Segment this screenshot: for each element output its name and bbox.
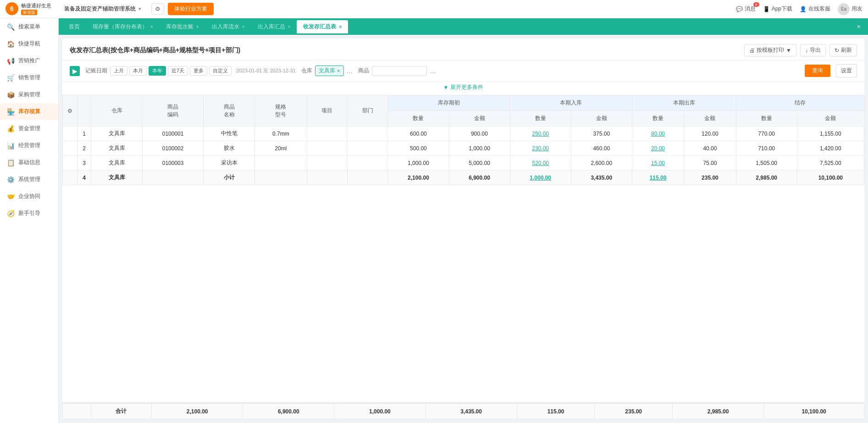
- main-layout: 🔍 搜索菜单 🏠 快捷导航 📢 营销推广 🛒 销售管理 📦 采购管理 🏪 库存核…: [0, 18, 868, 423]
- cell-out-amt: 75.00: [684, 156, 736, 170]
- settings-button[interactable]: 设置: [836, 64, 857, 77]
- logo-icon: 6: [6, 2, 18, 15]
- system-title-area[interactable]: 装备及固定资产辅助管理系统 ▼: [64, 5, 142, 13]
- in-qty-link[interactable]: 520.00: [532, 160, 549, 166]
- cell-goods-name: 中性笔: [204, 126, 255, 141]
- tab-close-in-out-summary[interactable]: ×: [288, 24, 291, 29]
- cell-bal-qty: 1,505.00: [736, 156, 797, 170]
- tab-in-out-summary[interactable]: 出入库汇总 ×: [251, 20, 297, 33]
- date-btn-this-year[interactable]: 本年: [149, 66, 166, 76]
- cell-out-qty[interactable]: 15.00: [632, 156, 684, 170]
- sidebar-item-system[interactable]: ⚙️ 系统管理: [0, 171, 58, 188]
- experience-button[interactable]: 体验行业方案: [168, 3, 214, 15]
- user-item[interactable]: Ea 用友: [838, 3, 862, 15]
- marketing-icon: 📢: [6, 57, 15, 65]
- tab-home[interactable]: 首页: [62, 20, 86, 33]
- warehouse-filter-label: 仓库: [301, 67, 312, 75]
- cell-out-qty[interactable]: 80.00: [632, 126, 684, 141]
- notifications-item[interactable]: 💬 消息 6: [736, 5, 756, 13]
- online-service-item[interactable]: 👤 在线客服: [800, 5, 830, 13]
- tab-close-in-out-flow[interactable]: ×: [242, 24, 245, 29]
- col-in-amt-header: 金额: [571, 111, 632, 126]
- warehouse-filter-dots[interactable]: ...: [347, 67, 353, 75]
- tab-close-stock-distribution[interactable]: ×: [150, 24, 153, 29]
- app-download-item[interactable]: 📱 App下载: [763, 5, 792, 13]
- system-title: 装备及固定资产辅助管理系统: [64, 5, 136, 13]
- in-qty-link[interactable]: 250.00: [532, 131, 549, 137]
- sidebar-item-marketing[interactable]: 📢 营销推广: [0, 52, 58, 69]
- user-avatar: Ea: [838, 3, 850, 15]
- warehouse-tag[interactable]: 文具库 ×: [315, 66, 344, 76]
- out-qty-link[interactable]: 80.00: [651, 131, 665, 137]
- sidebar-item-operations[interactable]: 📊 经营管理: [0, 137, 58, 154]
- cell-bal-amt: 1,155.00: [797, 126, 864, 141]
- sidebar-item-collaboration[interactable]: 🤝 企业协同: [0, 188, 58, 205]
- in-qty-link[interactable]: 1,000.00: [530, 175, 551, 181]
- table-footer: 合计 2,100.00 6,900.00 1,000.00 3,435.00 1…: [62, 402, 864, 419]
- sidebar-item-quick-nav[interactable]: 🏠 快捷导航: [0, 35, 58, 52]
- cell-in-qty[interactable]: 250.00: [510, 126, 571, 141]
- footer-total-label: 合计: [91, 404, 151, 419]
- guide-icon: 🧭: [6, 210, 15, 217]
- expand-conditions-button[interactable]: ▼ 展开更多条件: [443, 83, 484, 91]
- data-table: ⚙ 仓库 商品编码 商品名称 规格型号 项目 部门 库存期初 本期入库 本期出: [62, 95, 864, 185]
- cell-open-amt: 5,000.00: [449, 156, 510, 170]
- cell-goods-code: 0100003: [143, 156, 204, 170]
- col-opening-header: 库存期初: [388, 95, 510, 111]
- sidebar-item-finance[interactable]: 💰 资金管理: [0, 120, 58, 137]
- filter-toggle-button[interactable]: ▶: [70, 66, 80, 76]
- sidebar-item-purchase[interactable]: 📦 采购管理: [0, 86, 58, 103]
- refresh-button[interactable]: ↻ 刷新: [829, 44, 857, 56]
- footer-open-qty: 2,100.00: [152, 404, 243, 419]
- date-btn-last-month[interactable]: 上月: [110, 66, 127, 76]
- out-qty-link[interactable]: 20.00: [651, 145, 665, 152]
- export-icon: ↓: [805, 47, 808, 54]
- cell-in-qty[interactable]: 1,000.00: [510, 170, 571, 185]
- tab-receipt-summary[interactable]: 收发存汇总表 ×: [297, 20, 348, 33]
- in-qty-link[interactable]: 230.00: [532, 145, 549, 152]
- date-btn-7days[interactable]: 近7天: [168, 66, 188, 76]
- cell-bal-qty: 2,985.00: [736, 170, 797, 185]
- cell-bal-amt: 7,525.00: [797, 156, 864, 170]
- goods-filter-dots[interactable]: ...: [430, 67, 436, 75]
- logo-area: 6 畅捷通好生意 标准版: [6, 2, 64, 16]
- date-btn-more[interactable]: 更多: [190, 66, 207, 76]
- cell-in-amt: 375.00: [571, 126, 632, 141]
- cell-in-qty[interactable]: 520.00: [510, 156, 571, 170]
- tab-bar-close[interactable]: ×: [853, 23, 864, 30]
- export-button[interactable]: ↓ 导出: [800, 44, 826, 56]
- sidebar-item-basic-info[interactable]: 📋 基础信息: [0, 154, 58, 171]
- date-btn-this-month[interactable]: 本月: [129, 66, 147, 76]
- sidebar-item-search[interactable]: 🔍 搜索菜单: [0, 18, 58, 35]
- cell-out-qty[interactable]: 115.00: [632, 170, 684, 185]
- cell-in-qty[interactable]: 230.00: [510, 141, 571, 156]
- warehouse-tag-close[interactable]: ×: [337, 68, 340, 74]
- sidebar-item-inventory[interactable]: 🏪 库存核算: [0, 103, 58, 120]
- footer-open-amt: 6,900.00: [243, 404, 334, 419]
- sidebar-item-guide[interactable]: 🧭 新手引导: [0, 205, 58, 222]
- col-warehouse-header: 仓库: [91, 95, 143, 126]
- cell-out-qty[interactable]: 20.00: [632, 141, 684, 156]
- tab-in-out-flow[interactable]: 出入库流水 ×: [205, 20, 251, 33]
- expand-icon: ▼: [443, 84, 449, 91]
- goods-filter-input[interactable]: [372, 66, 427, 76]
- print-dropdown-icon: ▼: [786, 47, 791, 54]
- query-button[interactable]: 查询: [805, 65, 830, 77]
- col-goods-code-header: 商品编码: [143, 95, 204, 126]
- tab-stock-distribution[interactable]: 现存量（库存分布表） ×: [86, 20, 160, 33]
- out-qty-link[interactable]: 15.00: [651, 160, 665, 166]
- col-settings-header[interactable]: ⚙: [63, 95, 77, 126]
- sidebar-item-sales[interactable]: 🛒 销售管理: [0, 69, 58, 86]
- date-btn-custom[interactable]: 自定义: [209, 66, 232, 76]
- gear-button[interactable]: ⚙: [151, 3, 164, 15]
- home-icon: 🏠: [6, 40, 15, 48]
- col-balance-header: 结存: [736, 95, 864, 111]
- tab-bar: 首页 现存量（库存分布表） × 库存批次账 × 出入库流水 × 出入库汇总 × …: [59, 18, 868, 35]
- tab-close-receipt-summary[interactable]: ×: [339, 24, 342, 29]
- tab-close-batch-ledger[interactable]: ×: [196, 24, 199, 29]
- print-button[interactable]: 🖨 按模板打印 ▼: [744, 44, 796, 56]
- filter-second-row: ▼ 展开更多条件: [62, 82, 864, 95]
- out-qty-link[interactable]: 115.00: [650, 175, 667, 181]
- cell-open-amt: 900.00: [449, 126, 510, 141]
- tab-batch-ledger[interactable]: 库存批次账 ×: [160, 20, 205, 33]
